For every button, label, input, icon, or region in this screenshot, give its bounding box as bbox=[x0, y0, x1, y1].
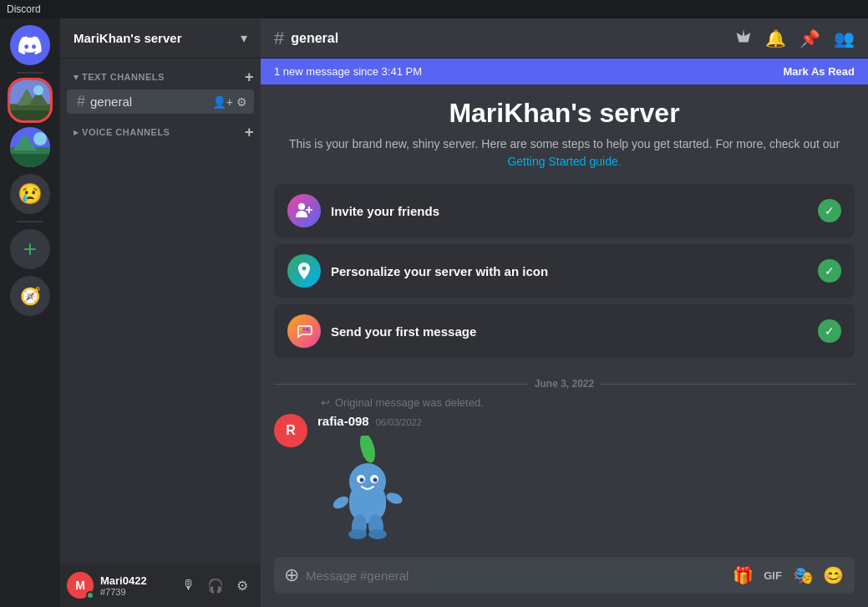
personalize-check: ✓ bbox=[818, 259, 841, 283]
gif-button[interactable]: GIF bbox=[761, 564, 784, 587]
svg-point-28 bbox=[368, 529, 387, 539]
server-icon-emoji[interactable]: 😢 bbox=[10, 174, 50, 214]
explore-icon: 🧭 bbox=[20, 286, 41, 306]
messages-list: ↩ Original message was deleted. R rafia-… bbox=[261, 396, 868, 557]
getting-started-link[interactable]: Getting Started guide. bbox=[507, 155, 621, 168]
add-file-button[interactable]: ⊕ bbox=[284, 564, 299, 586]
messages-area[interactable]: 1 new message since 3:41 PM Mark As Read… bbox=[261, 59, 868, 557]
svg-point-16 bbox=[358, 436, 378, 464]
svg-point-24 bbox=[385, 491, 404, 506]
app-title: Discord bbox=[7, 3, 41, 15]
welcome-subtitle: This is your brand new, shiny server. He… bbox=[274, 135, 855, 171]
category-text-channels[interactable]: ▾ TEXT CHANNELS + bbox=[60, 65, 261, 89]
svg-rect-6 bbox=[10, 110, 50, 120]
checklist-item-invite[interactable]: Invite your friends ✓ bbox=[274, 184, 855, 237]
threads-icon[interactable] bbox=[735, 28, 752, 48]
channel-sidebar: MariKhan's server ▾ ▾ TEXT CHANNELS + # … bbox=[60, 18, 261, 607]
server-icon-marikhan[interactable] bbox=[10, 80, 50, 120]
invite-friends-icon bbox=[287, 194, 321, 227]
sticker-button[interactable]: 🎭 bbox=[791, 564, 815, 587]
divider-line-right bbox=[601, 384, 855, 385]
deleted-notice-text: Original message was deleted. bbox=[335, 396, 484, 409]
new-message-banner: 1 new message since 3:41 PM Mark As Read bbox=[261, 59, 868, 84]
add-server-icon: + bbox=[23, 236, 37, 263]
server-divider bbox=[17, 72, 43, 74]
channel-hash-icon: # bbox=[77, 93, 85, 110]
server-icon-discord-home[interactable] bbox=[10, 25, 50, 65]
main-content: # general 🔔 📌 👥 1 new message since 3:41… bbox=[261, 18, 868, 607]
user-settings-button[interactable]: ⚙ bbox=[231, 574, 254, 597]
invite-icon[interactable]: 👤+ bbox=[212, 95, 233, 109]
message-header: rafia-098 06/03/2022 bbox=[317, 414, 855, 428]
members-icon[interactable]: 👥 bbox=[834, 28, 855, 48]
checklist-item-message[interactable]: Send your first message ✓ bbox=[274, 304, 855, 358]
welcome-server-name: MariKhan's server bbox=[274, 98, 855, 129]
server-icon-explore[interactable]: 🧭 bbox=[10, 276, 50, 316]
svg-point-10 bbox=[33, 132, 47, 145]
status-dot bbox=[86, 591, 94, 599]
headphones-button[interactable]: 🎧 bbox=[204, 574, 227, 597]
avatar-initial: M bbox=[75, 579, 85, 592]
add-text-channel-icon[interactable]: + bbox=[245, 69, 254, 86]
channels-list: ▾ TEXT CHANNELS + # general 👤+ ⚙ ▸ VOICE… bbox=[60, 59, 261, 564]
invite-check: ✓ bbox=[818, 199, 841, 222]
message-username: rafia-098 bbox=[317, 414, 369, 428]
server-icon-add[interactable]: + bbox=[10, 229, 50, 269]
personalize-icon bbox=[287, 254, 321, 288]
svg-point-27 bbox=[348, 529, 367, 539]
message-image bbox=[317, 431, 418, 557]
message-timestamp: 06/03/2022 bbox=[376, 417, 422, 427]
svg-point-15 bbox=[306, 328, 309, 331]
category-voice-channels[interactable]: ▸ VOICE CHANNELS + bbox=[60, 120, 261, 145]
bot-svg bbox=[326, 436, 409, 553]
divider-line-left bbox=[274, 384, 528, 385]
message-content: rafia-098 06/03/2022 bbox=[317, 414, 855, 557]
svg-point-14 bbox=[302, 328, 306, 331]
server-icon-other[interactable] bbox=[10, 127, 50, 167]
microphone-button[interactable]: 🎙 bbox=[177, 574, 201, 597]
server-divider-2 bbox=[17, 221, 43, 222]
pin-icon[interactable]: 📌 bbox=[799, 28, 820, 48]
emoji-button[interactable]: 😊 bbox=[821, 564, 845, 587]
checklist: Invite your friends ✓ Personalize your s… bbox=[261, 184, 868, 371]
checklist-item-personalize[interactable]: Personalize your server with an icon ✓ bbox=[274, 244, 855, 298]
app-layout: 😢 + 🧭 MariKhan's server ▾ ▾ TEXT CHANNEL… bbox=[0, 18, 868, 607]
svg-point-5 bbox=[33, 85, 43, 95]
message-input[interactable] bbox=[306, 569, 724, 583]
server-sidebar: 😢 + 🧭 bbox=[0, 18, 60, 607]
send-message-label: Send your first message bbox=[331, 324, 808, 339]
message-input-box: ⊕ 🎁 GIF 🎭 😊 bbox=[274, 557, 855, 594]
category-label: ▾ TEXT CHANNELS bbox=[74, 72, 165, 83]
user-info: Mari0422 #7739 bbox=[97, 574, 174, 597]
personalize-label: Personalize your server with an icon bbox=[331, 264, 808, 278]
welcome-section: MariKhan's server This is your brand new… bbox=[261, 84, 868, 184]
add-voice-channel-icon[interactable]: + bbox=[245, 124, 254, 141]
channel-header-hash-icon: # bbox=[274, 28, 284, 49]
notification-icon[interactable]: 🔔 bbox=[765, 28, 786, 48]
channel-name: general bbox=[90, 94, 207, 109]
message-avatar: R bbox=[274, 414, 307, 447]
svg-point-22 bbox=[373, 478, 378, 482]
emoji-icon: 😢 bbox=[18, 182, 43, 206]
send-message-icon bbox=[287, 314, 321, 348]
channel-actions: 👤+ ⚙ bbox=[212, 95, 247, 109]
avatar-letter: R bbox=[286, 423, 296, 438]
channel-item-general[interactable]: # general 👤+ ⚙ bbox=[67, 89, 254, 114]
avatar: M bbox=[67, 572, 94, 599]
title-bar: Discord bbox=[0, 0, 868, 18]
invite-friends-label: Invite your friends bbox=[331, 204, 808, 218]
svg-point-21 bbox=[360, 478, 364, 482]
new-message-text: 1 new message since 3:41 PM bbox=[274, 65, 422, 78]
svg-rect-11 bbox=[10, 154, 50, 167]
settings-icon[interactable]: ⚙ bbox=[236, 95, 247, 109]
mark-as-read-button[interactable]: Mark As Read bbox=[784, 65, 855, 78]
message-check: ✓ bbox=[818, 319, 841, 343]
server-header[interactable]: MariKhan's server ▾ bbox=[60, 18, 261, 59]
date-divider-text: June 3, 2022 bbox=[535, 378, 594, 390]
channel-header: # general 🔔 📌 👥 bbox=[261, 18, 868, 59]
svg-point-13 bbox=[299, 328, 302, 331]
svg-point-18 bbox=[349, 463, 386, 500]
gift-button[interactable]: 🎁 bbox=[731, 564, 754, 587]
message-row: R rafia-098 06/03/2022 bbox=[274, 412, 855, 557]
header-icons: 🔔 📌 👥 bbox=[735, 28, 855, 48]
